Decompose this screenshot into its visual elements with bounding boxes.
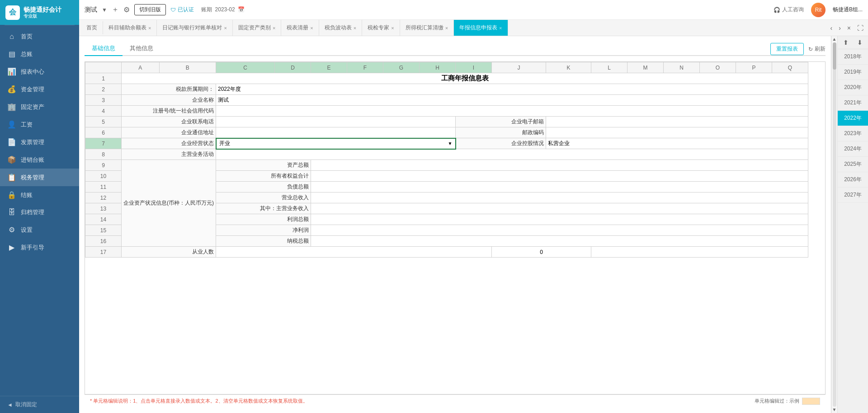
col-header-l[interactable]: L bbox=[591, 62, 627, 73]
employees-value-extra[interactable] bbox=[591, 247, 808, 258]
year-item-2021[interactable]: 2021年 bbox=[838, 95, 868, 111]
settings-gear-icon[interactable]: ⚙ bbox=[123, 5, 130, 14]
tax-period-value[interactable]: 2022年度 bbox=[216, 84, 808, 95]
tab-close-icon[interactable]: × bbox=[391, 25, 394, 31]
col-header-j[interactable]: J bbox=[492, 62, 546, 73]
tab-close-icon[interactable]: × bbox=[224, 25, 226, 31]
sidebar-item-tax[interactable]: 📋 税务管理 bbox=[0, 169, 79, 186]
sidebar-item-ledger[interactable]: ▤ 总账 bbox=[0, 45, 79, 63]
main-biz-value[interactable] bbox=[216, 149, 808, 160]
tab-tax-form[interactable]: 税表清册 × bbox=[281, 20, 319, 36]
tab-tax-expert[interactable]: 税检专家 × bbox=[362, 20, 400, 36]
liabilities-value[interactable] bbox=[311, 182, 808, 192]
year-item-2027[interactable]: 2027年 bbox=[838, 188, 868, 203]
company-dropdown-icon[interactable]: ▼ bbox=[102, 7, 107, 13]
employees-value-left[interactable] bbox=[216, 247, 492, 258]
scroll-track[interactable] bbox=[833, 42, 836, 407]
tab-prev-icon[interactable]: ‹ bbox=[827, 23, 835, 33]
sheet-title[interactable]: 工商年报信息表 bbox=[122, 73, 808, 84]
total-assets-value[interactable] bbox=[311, 160, 808, 171]
reset-report-btn[interactable]: 重置报表 bbox=[770, 43, 804, 55]
sidebar-item-wages[interactable]: 👤 工资 bbox=[0, 116, 79, 133]
year-item-2025[interactable]: 2025年 bbox=[838, 157, 868, 172]
add-tab-icon[interactable]: ＋ bbox=[112, 5, 119, 14]
phone-value[interactable] bbox=[216, 117, 456, 127]
col-header-g[interactable]: G bbox=[383, 62, 420, 73]
address-value[interactable] bbox=[216, 127, 456, 138]
service-btn[interactable]: 🎧 人工咨询 bbox=[774, 6, 804, 14]
total-tax-value[interactable] bbox=[311, 236, 808, 247]
col-header-i[interactable]: I bbox=[456, 62, 492, 73]
panel-down-icon[interactable]: ⬇ bbox=[856, 38, 863, 47]
tab-close-icon[interactable]: × bbox=[148, 25, 151, 31]
sidebar-item-archive[interactable]: 🗄 归档管理 bbox=[0, 204, 79, 221]
sidebar-item-guide[interactable]: ▶ 新手引导 bbox=[0, 239, 79, 256]
sidebar-item-assets[interactable]: 🏢 固定资产 bbox=[0, 98, 79, 116]
subtab-other[interactable]: 其他信息 bbox=[123, 42, 160, 56]
sidebar-item-home[interactable]: ⌂ 首页 bbox=[0, 28, 79, 45]
year-item-2018[interactable]: 2018年 bbox=[838, 49, 868, 65]
col-header-q[interactable]: Q bbox=[772, 62, 808, 73]
biz-status-value[interactable]: 开业 ▼ bbox=[216, 138, 456, 149]
col-header-h[interactable]: H bbox=[420, 62, 456, 73]
email-value[interactable] bbox=[546, 117, 808, 127]
subtab-basic[interactable]: 基础信息 bbox=[85, 42, 123, 56]
year-item-2023[interactable]: 2023年 bbox=[838, 126, 868, 141]
year-item-2026[interactable]: 2026年 bbox=[838, 172, 868, 188]
tab-next-icon[interactable]: › bbox=[836, 23, 844, 33]
vertical-scrollbar[interactable]: ▲ ▼ bbox=[831, 36, 837, 413]
dropdown-arrow-icon[interactable]: ▼ bbox=[448, 141, 453, 146]
year-item-2020[interactable]: 2020年 bbox=[838, 80, 868, 95]
sidebar-item-stock[interactable]: 📦 进销台账 bbox=[0, 151, 79, 169]
tab-tax-fluct[interactable]: 税负波动表 × bbox=[319, 20, 362, 36]
col-header-n[interactable]: N bbox=[664, 62, 700, 73]
refresh-btn[interactable]: ↻ 刷新 bbox=[808, 45, 826, 53]
col-header-e[interactable]: E bbox=[311, 62, 347, 73]
tab-close-icon[interactable]: × bbox=[310, 25, 313, 31]
tab-close-icon[interactable]: × bbox=[354, 25, 356, 31]
total-profit-value[interactable] bbox=[311, 214, 808, 225]
tab-expand-icon[interactable]: ⛶ bbox=[854, 23, 866, 33]
year-item-2022[interactable]: 2022年 bbox=[838, 111, 868, 126]
equity-value[interactable] bbox=[311, 171, 808, 182]
sidebar-item-settings[interactable]: ⚙ 设置 bbox=[0, 221, 79, 239]
company-value[interactable]: 测试 bbox=[216, 95, 808, 106]
sidebar-item-funds[interactable]: 💰 资金管理 bbox=[0, 80, 79, 98]
col-header-a[interactable]: A bbox=[122, 62, 160, 73]
scroll-up-icon[interactable]: ▲ bbox=[832, 37, 837, 42]
spreadsheet[interactable]: A B C D E F G H I J K L bbox=[85, 62, 825, 394]
tab-income-tax[interactable]: 所得税汇算清缴 × bbox=[400, 20, 454, 36]
scroll-thumb[interactable] bbox=[833, 42, 836, 70]
col-header-m[interactable]: M bbox=[627, 62, 664, 73]
col-header-f[interactable]: F bbox=[347, 62, 383, 73]
switch-to-old-btn[interactable]: 切到旧版 bbox=[134, 4, 166, 15]
col-header-o[interactable]: O bbox=[700, 62, 736, 73]
main-revenue-value[interactable] bbox=[311, 203, 808, 214]
col-header-p[interactable]: P bbox=[736, 62, 772, 73]
tab-close-annual-icon[interactable]: × bbox=[499, 25, 502, 31]
col-header-d[interactable]: D bbox=[275, 62, 311, 73]
col-header-b[interactable]: B bbox=[159, 62, 216, 73]
tab-close-all-icon[interactable]: × bbox=[844, 23, 854, 33]
col-header-k[interactable]: K bbox=[546, 62, 591, 73]
year-item-2019[interactable]: 2019年 bbox=[838, 65, 868, 80]
tab-fixed-assets-cat[interactable]: 固定资产类别 × bbox=[233, 20, 281, 36]
sidebar-collapse-btn[interactable]: ◄ 取消固定 bbox=[0, 396, 79, 413]
postcode-value[interactable] bbox=[546, 127, 808, 138]
tab-annual-report[interactable]: 年报信息申报表 × bbox=[454, 20, 508, 36]
year-item-2024[interactable]: 2024年 bbox=[838, 141, 868, 157]
tab-journal[interactable]: 日记账与银行对账单核对 × bbox=[157, 20, 232, 36]
horizontal-scrollbar[interactable] bbox=[85, 394, 825, 394]
col-header-c[interactable]: C bbox=[216, 62, 275, 73]
panel-up-icon[interactable]: ⬆ bbox=[842, 38, 849, 47]
total-revenue-value[interactable] bbox=[311, 192, 808, 203]
reg-code-value[interactable] bbox=[216, 106, 808, 117]
sidebar-item-reports[interactable]: 📊 报表中心 bbox=[0, 63, 79, 80]
sidebar-item-invoice[interactable]: 📄 发票管理 bbox=[0, 133, 79, 151]
scroll-down-icon[interactable]: ▼ bbox=[832, 408, 837, 412]
tab-close-icon[interactable]: × bbox=[273, 25, 275, 31]
shareholding-value[interactable]: 私营企业 bbox=[546, 138, 808, 149]
tab-home[interactable]: 首页 bbox=[81, 21, 103, 34]
sidebar-item-closing[interactable]: 🔒 结账 bbox=[0, 186, 79, 204]
net-profit-value[interactable] bbox=[311, 225, 808, 236]
